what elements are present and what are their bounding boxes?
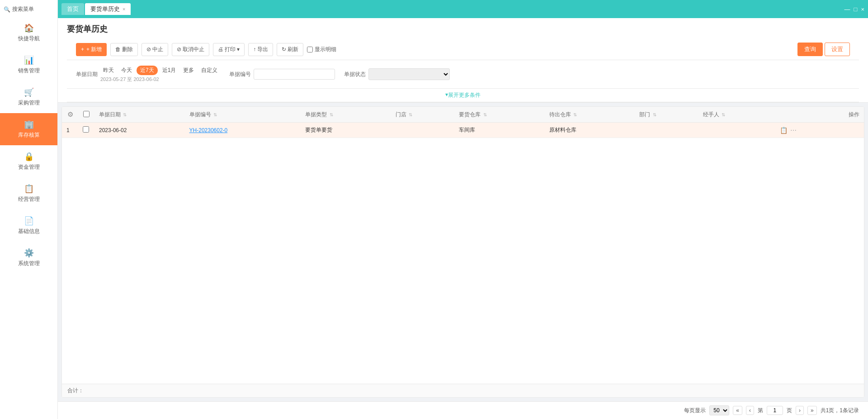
doc-no-link[interactable]: YH-20230602-0 xyxy=(189,127,228,133)
row-checkbox[interactable] xyxy=(83,126,89,133)
export-button[interactable]: ↑ 导出 xyxy=(248,43,273,56)
date-btn-1month[interactable]: 近1月 xyxy=(160,66,179,75)
sidebar-search-label: 搜索菜单 xyxy=(12,5,34,13)
sidebar-item-finance[interactable]: 🔒 资金管理 xyxy=(0,145,57,177)
sidebar-item-inventory[interactable]: 🏢 库存核算 xyxy=(0,113,57,145)
query-button[interactable]: 查询 xyxy=(797,43,823,56)
delete-icon: 🗑 xyxy=(115,46,121,52)
status-select[interactable] xyxy=(368,68,450,80)
sidebar-item-purchase[interactable]: 🛒 采购管理 xyxy=(0,81,57,113)
td-date: 2023-06-02 xyxy=(94,123,185,138)
sidebar-item-quick-nav[interactable]: 🏠 快捷导航 xyxy=(0,17,57,49)
new-button[interactable]: + + 新增 xyxy=(76,43,107,56)
op-view-icon[interactable]: 📋 xyxy=(780,127,788,134)
th-operations: 操作 xyxy=(775,107,864,123)
docno-input[interactable] xyxy=(254,69,335,80)
th-settings: ⚙ xyxy=(62,107,78,123)
display-detail-checkbox[interactable] xyxy=(307,47,313,52)
th-date-sort-icon[interactable]: ⇅ xyxy=(123,112,127,117)
print-dropdown-icon: ▾ xyxy=(237,46,240,52)
th-doctype-sort-icon[interactable]: ⇅ xyxy=(330,112,333,117)
expand-more-button[interactable]: ▾ 展开更多条件 xyxy=(67,89,859,102)
per-page-select[interactable]: 50 xyxy=(709,405,729,415)
refresh-button[interactable]: ↻ 刷新 xyxy=(277,43,303,56)
cancel-suspend-button[interactable]: ⊘ 取消中止 xyxy=(172,43,209,56)
td-store xyxy=(391,123,455,138)
last-page-btn[interactable]: » xyxy=(807,406,817,415)
td-pending-warehouse: 原材料仓库 xyxy=(545,123,635,138)
maximize-icon[interactable]: □ xyxy=(854,6,858,13)
refresh-label: 刷新 xyxy=(288,46,298,53)
inventory-icon: 🏢 xyxy=(24,119,34,129)
sidebar-search[interactable]: 🔍 搜索菜单 xyxy=(0,0,57,17)
td-docno: YH-20230602-0 xyxy=(185,123,301,138)
suspend-button[interactable]: ⊘ 中止 xyxy=(142,43,168,56)
th-store: 门店 ⇅ xyxy=(391,107,455,123)
per-page-label: 每页显示 xyxy=(684,407,706,414)
finance-icon: 🔒 xyxy=(24,152,34,162)
suspend-label: 中止 xyxy=(152,46,163,53)
search-icon: 🔍 xyxy=(4,6,10,13)
minimize-icon[interactable]: — xyxy=(844,6,850,13)
page-header: 要货单历史 + + 新增 🗑 删除 ⊘ 中止 ⊘ 取消中止 xyxy=(58,18,868,103)
date-btn-more[interactable]: 更多 xyxy=(180,66,197,75)
sidebar-item-label: 库存核算 xyxy=(18,131,40,139)
th-doctype-label: 单据类型 xyxy=(305,111,327,118)
refresh-icon: ↻ xyxy=(282,46,286,52)
sidebar-item-operations[interactable]: 📋 经营管理 xyxy=(0,177,57,210)
date-filter-options-col: 昨天 今天 近7天 近1月 更多 自定义 2023-05-27 至 2023-0… xyxy=(100,66,220,83)
sidebar-item-system[interactable]: ⚙️ 系统管理 xyxy=(0,242,57,274)
sidebar-item-label: 快捷导航 xyxy=(18,35,40,43)
td-doctype: 要货单要货 xyxy=(301,123,391,138)
th-pending-warehouse-sort-icon[interactable]: ⇅ xyxy=(573,112,577,117)
cancel-suspend-label: 取消中止 xyxy=(183,46,204,53)
next-page-btn[interactable]: › xyxy=(796,406,804,415)
th-req-warehouse-sort-icon[interactable]: ⇅ xyxy=(483,112,487,117)
date-btn-custom[interactable]: 自定义 xyxy=(198,66,220,75)
date-range-display: 2023-05-27 至 2023-06-02 xyxy=(100,76,220,83)
op-more-icon[interactable]: ⋯ xyxy=(790,127,797,134)
delete-label: 删除 xyxy=(122,46,133,53)
th-department-sort-icon[interactable]: ⇅ xyxy=(653,112,656,117)
th-req-warehouse: 要货仓库 ⇅ xyxy=(454,107,544,123)
date-btn-7days[interactable]: 近7天 xyxy=(137,66,158,75)
tab-home[interactable]: 首页 xyxy=(61,3,84,15)
sales-icon: 📊 xyxy=(24,55,34,65)
sidebar-item-sales[interactable]: 📊 销售管理 xyxy=(0,49,57,81)
close-window-icon[interactable]: × xyxy=(861,6,864,13)
sidebar-item-label: 资金管理 xyxy=(18,163,40,171)
filter-area: 单据日期 昨天 今天 近7天 近1月 更多 自定义 2023-05-27 至 2… xyxy=(67,60,859,89)
th-checkbox xyxy=(78,107,94,123)
date-btn-yesterday[interactable]: 昨天 xyxy=(100,66,117,75)
th-doctype: 单据类型 ⇅ xyxy=(301,107,391,123)
th-docno-sort-icon[interactable]: ⇅ xyxy=(213,112,217,117)
tab-active-label: 要货单历史 xyxy=(90,5,120,13)
th-handler-sort-icon[interactable]: ⇅ xyxy=(722,112,725,117)
print-button[interactable]: 🖨 打印 ▾ xyxy=(213,43,245,56)
pagination-bar: 每页显示 50 « ‹ 第 页 › » 共1页，1条记录 xyxy=(58,401,868,419)
new-icon: + xyxy=(81,46,84,52)
delete-button[interactable]: 🗑 删除 xyxy=(110,43,138,56)
footer-label: 合计： xyxy=(67,387,84,394)
settings-gear-icon[interactable]: ⚙ xyxy=(67,110,73,118)
tab-close-icon[interactable]: × xyxy=(123,6,125,12)
tab-active[interactable]: 要货单历史 × xyxy=(85,3,131,15)
page-suffix: 页 xyxy=(787,407,792,414)
date-btn-today[interactable]: 今天 xyxy=(118,66,135,75)
topbar-window-controls: — □ × xyxy=(844,6,864,13)
display-detail-label[interactable]: 显示明细 xyxy=(307,46,336,53)
page-title: 要货单历史 xyxy=(67,24,859,34)
table-wrapper: ⚙ 单据日期 ⇅ 单据编号 ⇅ xyxy=(62,107,864,384)
first-page-btn[interactable]: « xyxy=(733,406,742,415)
page-input[interactable] xyxy=(767,406,783,415)
th-department-label: 部门 xyxy=(639,111,650,118)
select-all-checkbox[interactable] xyxy=(83,111,90,117)
settings-button[interactable]: 设置 xyxy=(825,43,850,56)
th-department: 部门 ⇅ xyxy=(635,107,698,123)
docno-filter-label: 单据编号 xyxy=(229,71,251,78)
prev-page-btn[interactable]: ‹ xyxy=(746,406,754,415)
data-table: ⚙ 单据日期 ⇅ 单据编号 ⇅ xyxy=(62,107,864,138)
th-store-sort-icon[interactable]: ⇅ xyxy=(409,112,412,117)
sidebar-item-basic[interactable]: 📄 基础信息 xyxy=(0,210,57,242)
page-label: 第 xyxy=(758,407,763,414)
